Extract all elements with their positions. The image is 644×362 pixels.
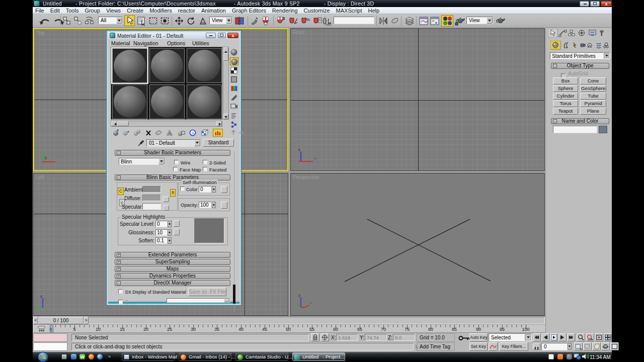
svg-text:3: 3 xyxy=(282,16,285,21)
svg-text:z: z xyxy=(298,147,300,152)
svg-text:0: 0 xyxy=(192,131,194,135)
svg-text:x: x xyxy=(57,157,59,161)
svg-text:z: z xyxy=(40,294,42,299)
svg-text:ABC: ABC xyxy=(326,23,332,26)
svg-text:x: x xyxy=(314,156,316,161)
svg-text:A: A xyxy=(169,131,172,136)
svg-text:%: % xyxy=(306,17,310,22)
svg-text:y: y xyxy=(45,155,47,160)
